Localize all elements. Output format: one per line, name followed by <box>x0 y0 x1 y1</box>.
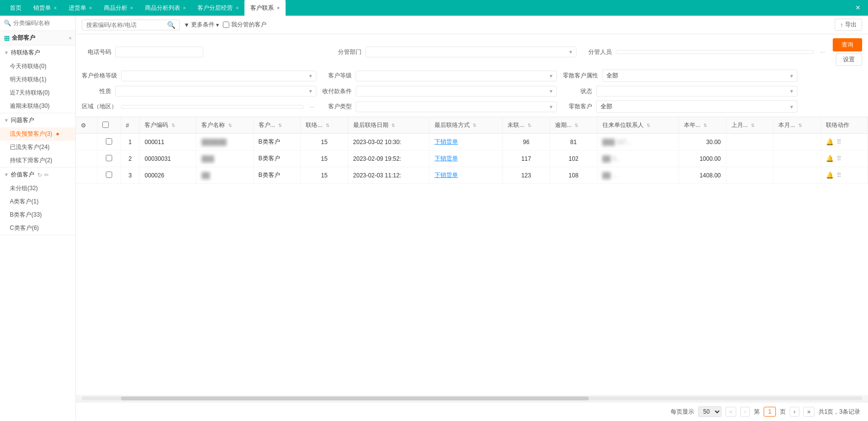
th-overdue[interactable]: 逾期... ⇅ <box>550 117 597 134</box>
payment-select[interactable]: ▾ <box>356 86 557 97</box>
region-select[interactable] <box>121 105 304 109</box>
th-this-month[interactable]: 本月... ⇅ <box>773 117 821 134</box>
filter-more-conditions[interactable]: ▼ 更多条件 ▾ <box>184 21 219 29</box>
contact-icon[interactable]: 🔔 <box>826 155 834 162</box>
td-checkbox[interactable] <box>97 134 121 150</box>
sidebar-group-pending-header[interactable]: ▼ 待联络客户 <box>0 46 75 60</box>
next-page-button[interactable]: › <box>790 407 799 417</box>
th-settings[interactable]: ⚙ <box>76 117 97 134</box>
th-contact[interactable]: 联络... ⇅ <box>301 117 348 134</box>
edit-icon[interactable]: ✏ <box>44 172 49 178</box>
close-icon[interactable]: × <box>89 5 92 11</box>
filter-search-button[interactable]: 🔍 <box>167 21 175 29</box>
nav-tab-home[interactable]: 首页 <box>4 0 27 16</box>
per-page-select[interactable]: 50 <box>698 406 722 417</box>
sidebar-item-tomorrow[interactable]: 明天待联络(1) <box>0 73 75 86</box>
prev-page-button[interactable]: ‹ <box>740 407 750 417</box>
scrollbar-thumb[interactable] <box>121 396 589 400</box>
contact-method-link[interactable]: 下销货单 <box>434 138 458 145</box>
row-checkbox[interactable] <box>106 138 112 145</box>
th-uncontacted[interactable]: 未联... ⇅ <box>503 117 550 134</box>
sidebar-group-problem-header[interactable]: ▼ 问题客户 <box>0 113 75 127</box>
sidebar-item-churned[interactable]: 已流失客户(24) <box>0 141 75 154</box>
my-customers-checkbox[interactable] <box>223 22 229 28</box>
contact-method-link[interactable]: 下销货单 <box>434 155 458 162</box>
customer-type-select[interactable]: ▾ <box>356 101 557 112</box>
close-icon[interactable]: × <box>277 5 280 11</box>
contact-method-link[interactable]: 下销货单 <box>434 172 458 178</box>
last-page-button[interactable]: » <box>803 407 815 417</box>
manager-select[interactable] <box>616 50 814 54</box>
th-type[interactable]: 客户... ⇅ <box>253 117 301 134</box>
more-action-icon[interactable]: ⠿ <box>837 172 842 179</box>
select-all-checkbox[interactable] <box>102 122 109 128</box>
nav-tab-sales[interactable]: 销货单 × <box>27 0 63 16</box>
sidebar-item-7days[interactable]: 近7天待联络(0) <box>0 86 75 99</box>
query-button[interactable]: 查询 <box>833 38 862 51</box>
sidebar-item-class-c[interactable]: C类客户(6) <box>0 222 75 235</box>
contact-icon[interactable]: 🔔 <box>826 138 834 146</box>
manager-ellipsis[interactable]: ··· <box>818 49 827 55</box>
th-this-year[interactable]: 本年... ⇅ <box>678 117 726 134</box>
table-row: 2 00030031 ███ B类客户 15 2023-02-09 19:52:… <box>76 150 868 167</box>
sidebar-item-declining[interactable]: 持续下滑客户(2) <box>0 154 75 167</box>
nav-tab-analysis-list[interactable]: 商品分析列表 × <box>139 0 192 16</box>
sidebar-item-class-b[interactable]: B类客户(33) <box>0 208 75 222</box>
sidebar-item-ungrouped[interactable]: 未分组(32) <box>0 182 75 195</box>
more-action-icon[interactable]: ⠿ <box>837 138 842 146</box>
filter-field-property: 性质 ▾ <box>82 86 316 97</box>
sidebar-search-input[interactable] <box>13 20 76 26</box>
refresh-icon[interactable]: ↻ <box>37 172 42 178</box>
property-select[interactable]: ▾ <box>115 86 316 97</box>
nav-tab-customer-contact[interactable]: 客户联系 × <box>244 0 286 16</box>
close-icon[interactable]: × <box>130 5 133 11</box>
page-suffix: 页 <box>780 408 786 416</box>
td-last-contact-method[interactable]: 下销货单 <box>429 167 503 184</box>
sidebar-group-value-header[interactable]: ▼ 价值客户 ↻ ✏ <box>0 168 75 182</box>
th-last-contact-date[interactable]: 最后联络日期 ⇅ <box>348 117 429 134</box>
price-tier-select[interactable]: ▾ <box>121 71 316 81</box>
sidebar-item-class-a[interactable]: A类客户(1) <box>0 195 75 208</box>
th-last-contact-method[interactable]: 最后联络方式 ⇅ <box>429 117 503 134</box>
nav-tab-purchase[interactable]: 进货单 × <box>63 0 98 16</box>
th-checkbox[interactable] <box>97 117 121 134</box>
export-button[interactable]: ↑ 导出 <box>835 19 862 31</box>
zero-customer-select[interactable]: 全部 ▾ <box>596 100 797 113</box>
th-unit-contact[interactable]: 往来单位联系人 ⇅ <box>597 117 678 134</box>
settings-button[interactable]: 设置 <box>836 53 862 66</box>
window-close-button[interactable]: × <box>852 1 864 14</box>
close-icon[interactable]: × <box>236 5 239 11</box>
chevron-down-icon: ▾ <box>790 88 793 95</box>
dept-select[interactable]: ▾ <box>365 47 577 57</box>
th-last-month[interactable]: 上月... ⇅ <box>726 117 773 134</box>
close-icon[interactable]: × <box>54 5 57 11</box>
th-name[interactable]: 客户名称 ⇅ <box>196 117 253 134</box>
td-last-contact-method[interactable]: 下销货单 <box>429 134 503 150</box>
td-checkbox[interactable] <box>97 150 121 167</box>
td-last-contact-method[interactable]: 下销货单 <box>429 150 503 167</box>
sidebar-item-today[interactable]: 今天待联络(0) <box>0 60 75 73</box>
first-page-button[interactable]: « <box>725 407 737 417</box>
row-checkbox[interactable] <box>106 155 112 161</box>
sidebar-root-header[interactable]: ⊞ 全部客户 « <box>0 31 75 46</box>
sidebar-item-overdue[interactable]: 逾期未联络(30) <box>0 99 75 113</box>
close-icon[interactable]: × <box>183 5 186 11</box>
row-checkbox[interactable] <box>106 172 112 178</box>
customer-tier-select[interactable]: ▾ <box>356 71 557 81</box>
td-contact: 15 <box>301 134 348 150</box>
phone-input[interactable] <box>115 47 203 57</box>
region-ellipsis[interactable]: ··· <box>308 103 316 110</box>
more-action-icon[interactable]: ⠿ <box>837 155 842 162</box>
th-code[interactable]: 客户编码 ⇅ <box>140 117 196 134</box>
nav-tab-analysis[interactable]: 商品分析 × <box>98 0 139 16</box>
horizontal-scrollbar[interactable] <box>76 395 868 402</box>
top-nav: 首页 销货单 × 进货单 × 商品分析 × 商品分析列表 × 客户分层经营 × … <box>0 0 868 16</box>
status-select[interactable]: ▾ <box>596 86 797 97</box>
contact-icon[interactable]: 🔔 <box>826 172 834 179</box>
filter-search-input[interactable] <box>86 22 167 28</box>
sidebar-item-churn-warning[interactable]: 流失预警客户(3) ● 90天未交易的客户，可能有流失风险。 <box>0 127 75 141</box>
zero-attr-select[interactable]: 全部 ▾ <box>602 70 797 82</box>
td-checkbox[interactable] <box>97 167 121 184</box>
my-customers-filter[interactable]: 我分管的客户 <box>223 21 266 29</box>
nav-tab-customer-tier[interactable]: 客户分层经营 × <box>192 0 244 16</box>
